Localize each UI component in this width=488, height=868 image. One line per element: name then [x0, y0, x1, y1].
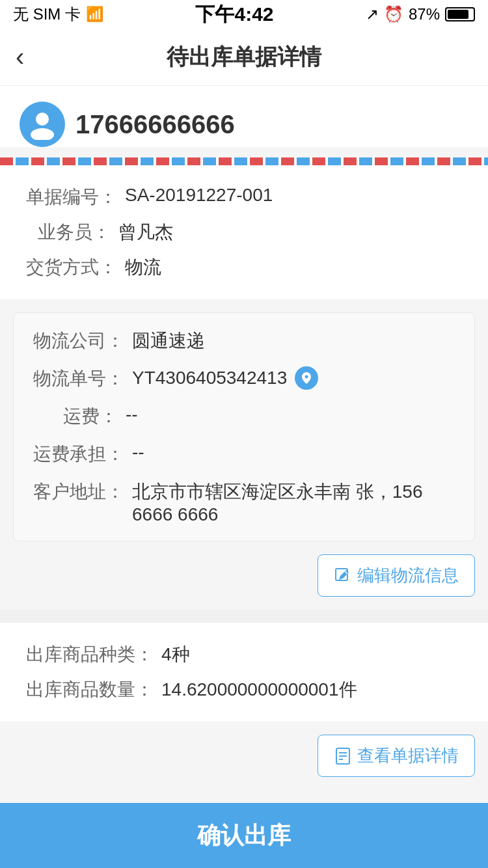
goods-quantity-value: 14.620000000000001件 — [161, 677, 462, 702]
tracking-no-text: YT4306405342413 — [132, 368, 287, 388]
goods-types-value: 4种 — [161, 642, 462, 667]
order-no-label: 单据编号： — [26, 185, 117, 210]
location-arrow-icon: ↗ — [366, 5, 379, 23]
svg-point-0 — [36, 113, 49, 126]
logistics-card: 物流公司： 圆通速递 物流单号： YT4306405342413 运费： -- — [13, 312, 475, 541]
edit-btn-row: 编辑物流信息 — [0, 554, 488, 610]
wifi-icon: 📶 — [86, 6, 103, 23]
document-icon — [334, 747, 352, 765]
freight-label: 运费： — [33, 404, 118, 429]
confirm-button[interactable]: 确认出库 — [0, 803, 488, 868]
salesman-value: 曾凡杰 — [118, 220, 462, 245]
address-row: 客户地址： 北京市市辖区海淀区永丰南 张，156 6666 6666 — [33, 480, 455, 525]
edit-icon — [334, 567, 352, 585]
goods-types-row: 出库商品种类： 4种 — [26, 642, 462, 667]
freight-bear-value: -- — [132, 442, 455, 463]
confirm-button-label: 确认出库 — [197, 820, 291, 852]
freight-bear-row: 运费承担： -- — [33, 442, 455, 467]
delivery-label: 交货方式： — [26, 255, 117, 280]
svg-point-1 — [31, 128, 54, 140]
goods-quantity-row: 出库商品数量： 14.620000000000001件 — [26, 677, 462, 702]
goods-types-label: 出库商品种类： — [26, 642, 154, 667]
order-info-section: 单据编号： SA-20191227-001 业务员： 曾凡杰 交货方式： 物流 — [0, 165, 488, 299]
delivery-value: 物流 — [125, 255, 462, 280]
tracking-no-value: YT4306405342413 — [132, 366, 455, 390]
salesman-label: 业务员： — [26, 220, 111, 245]
address-value: 北京市市辖区海淀区永丰南 张，156 6666 6666 — [132, 480, 455, 525]
user-card: 17666666666 — [0, 86, 488, 147]
dashed-divider — [0, 157, 488, 165]
view-detail-button[interactable]: 查看单据详情 — [318, 735, 475, 777]
user-phone: 17666666666 — [75, 110, 235, 139]
edit-logistics-label: 编辑物流信息 — [357, 564, 459, 587]
edit-logistics-button[interactable]: 编辑物流信息 — [318, 554, 475, 597]
carrier-text: 无 SIM 卡 — [13, 4, 81, 25]
delivery-row: 交货方式： 物流 — [26, 255, 462, 280]
order-no-row: 单据编号： SA-20191227-001 — [26, 185, 462, 210]
alarm-icon: ⏰ — [384, 5, 403, 23]
freight-value: -- — [126, 404, 455, 425]
status-time: 下午4:42 — [195, 1, 273, 28]
avatar — [20, 102, 65, 147]
tracking-no-label: 物流单号： — [33, 366, 124, 391]
status-bar: 无 SIM 卡 📶 下午4:42 ↗ ⏰ 87% — [0, 0, 488, 29]
battery-icon — [445, 7, 475, 21]
logistics-company-row: 物流公司： 圆通速递 — [33, 329, 455, 353]
gray-separator — [0, 610, 488, 623]
goods-quantity-label: 出库商品数量： — [26, 677, 154, 702]
back-button[interactable]: ‹ — [16, 42, 24, 72]
freight-bear-label: 运费承担： — [33, 442, 124, 467]
logistics-company-label: 物流公司： — [33, 329, 124, 353]
address-label: 客户地址： — [33, 480, 124, 504]
salesman-row: 业务员： 曾凡杰 — [26, 220, 462, 245]
status-left: 无 SIM 卡 📶 — [13, 4, 103, 25]
battery-percent: 87% — [409, 5, 440, 23]
status-right: ↗ ⏰ 87% — [366, 5, 475, 23]
track-location-icon[interactable] — [295, 366, 318, 390]
tracking-no-row: 物流单号： YT4306405342413 — [33, 366, 455, 391]
logistics-company-value: 圆通速递 — [132, 329, 455, 353]
view-detail-label: 查看单据详情 — [357, 744, 459, 767]
freight-row: 运费： -- — [33, 404, 455, 429]
page-title: 待出库单据详情 — [167, 42, 321, 72]
goods-section: 出库商品种类： 4种 出库商品数量： 14.620000000000001件 — [0, 623, 488, 722]
nav-bar: ‹ 待出库单据详情 — [0, 29, 488, 86]
order-no-value: SA-20191227-001 — [125, 185, 462, 206]
view-detail-row: 查看单据详情 — [0, 735, 488, 790]
